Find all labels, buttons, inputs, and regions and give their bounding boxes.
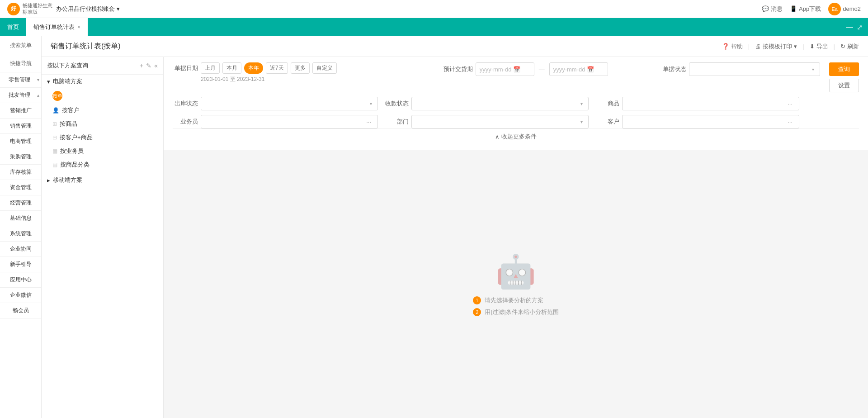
last7-btn[interactable]: 近7天 <box>266 62 288 74</box>
sidebar-item-member[interactable]: 畅会员 <box>0 303 41 318</box>
payment-status-select[interactable]: ▾ <box>411 97 589 110</box>
main-content: 🤖 1 请先选择要分析的方案 2 用[过滤]条件来缩小分析范围 <box>164 150 868 418</box>
search-menu-label[interactable]: 搜索菜单 <box>4 40 38 51</box>
chevron-down-icon: ▾ <box>810 67 816 72</box>
tree-expand-icon: ▸ <box>47 177 50 184</box>
department-select[interactable]: ▾ <box>411 115 589 128</box>
tree-section-mobile[interactable]: ▸ 移动端方案 <box>42 173 163 187</box>
sidebar-item-ecommerce[interactable]: 电商管理 <box>0 134 41 149</box>
this-year-btn[interactable]: 本年 <box>244 62 263 74</box>
avatar: Ea <box>828 3 841 15</box>
empty-tip-2: 2 用[过滤]条件来缩小分析范围 <box>473 308 558 316</box>
ellipsis-icon2: ··· <box>363 119 374 125</box>
more-btn[interactable]: 更多 <box>291 62 310 74</box>
sidebar-item-sales[interactable]: 销售管理 <box>0 119 41 134</box>
sidebar-item-basic-info[interactable]: 基础信息 <box>0 211 41 226</box>
tree-section-pc[interactable]: ▾ 电脑端方案 <box>42 75 163 88</box>
ellipsis-icon: ··· <box>785 100 795 107</box>
minimize-window-button[interactable]: — <box>846 23 853 31</box>
customer-label: 客户 <box>594 118 619 126</box>
sidebar-item-enterprise[interactable]: 企业协同 <box>0 242 41 257</box>
sidebar-item-wechat[interactable]: 企业微信 <box>0 288 41 303</box>
messages-button[interactable]: 💬 消息 <box>762 5 783 13</box>
product-grid-icon: ⊟ <box>52 134 57 141</box>
this-month-btn[interactable]: 本月 <box>222 62 241 74</box>
sidebar-item-marketing[interactable]: 营销推广 <box>0 103 41 119</box>
chevron-down-icon: ▾ <box>368 101 374 106</box>
collapse-panel-icon[interactable]: « <box>154 62 158 69</box>
nav-tab-actions: — ⤢ <box>846 23 868 32</box>
last-month-btn[interactable]: 上月 <box>201 62 220 74</box>
filter-row-1: 单据日期 上月 本月 本年 近7天 更多 自定义 2023-01-01 至 20… <box>173 62 859 92</box>
query-button[interactable]: 查询 <box>829 62 859 76</box>
action-buttons: 查询 设置 <box>829 62 859 92</box>
add-scheme-icon[interactable]: + <box>140 62 143 69</box>
expected-date-from-input[interactable]: yyyy-mm-dd 📅 <box>476 62 534 76</box>
logo-icon: 好 <box>7 3 20 15</box>
filter-customer-block: 客户 ··· <box>594 115 799 128</box>
tree-item-by-salesman[interactable]: ▦ 按业务员 <box>42 144 163 158</box>
custom-btn[interactable]: 自定义 <box>312 62 337 74</box>
sidebar-item-apps[interactable]: 应用中心 <box>0 272 41 288</box>
customer-select[interactable]: ··· <box>622 115 799 128</box>
sidebar-item-system[interactable]: 系统管理 <box>0 226 41 242</box>
sidebar-item-retail[interactable]: 零售管理 ▾ <box>0 72 41 88</box>
template-print-button[interactable]: 🖨 按模板打印 ▾ <box>755 43 797 51</box>
mobile-icon: 📱 <box>790 5 797 12</box>
print-icon: 🖨 <box>755 43 761 50</box>
app-download-button[interactable]: 📱 App下载 <box>790 5 821 13</box>
sidebar-search[interactable]: 搜索菜单 <box>0 36 41 55</box>
tree-item-by-customer-product[interactable]: ⊟ 按客户+商品 <box>42 131 163 144</box>
filter-expected-date-block: 预计交货期 yyyy-mm-dd 📅 — yyyy-mm-dd 📅 <box>443 62 656 76</box>
calendar-icon2: 📅 <box>587 66 594 73</box>
sidebar-item-purchase[interactable]: 采购管理 <box>0 149 41 165</box>
sidebar-item-operations[interactable]: 经营管理 <box>0 195 41 211</box>
export-icon: ⬇ <box>810 43 815 50</box>
logo-text: 畅捷通好生意 标准版 <box>23 3 52 14</box>
expected-date-label: 预计交货期 <box>443 65 473 73</box>
product-select[interactable]: ··· <box>622 97 799 110</box>
tree-item-by-order[interactable]: 按单 <box>42 88 163 104</box>
sidebar-item-finance[interactable]: 资金管理 <box>0 180 41 195</box>
sidebar-item-guide[interactable]: 新手引导 <box>0 257 41 272</box>
sidebar: 搜索菜单 快捷导航 零售管理 ▾ 批发管理 ▴ 营销推广 销售管理 电商管理 采… <box>0 36 42 418</box>
sidebar-item-wholesale[interactable]: 批发管理 ▴ <box>0 88 41 103</box>
tree-item-by-category[interactable]: ▤ 按商品分类 <box>42 158 163 171</box>
tab-home[interactable]: 首页 <box>0 18 26 36</box>
chevron-down-icon: ▾ <box>117 5 120 12</box>
salesman-select[interactable]: ··· <box>201 115 378 128</box>
status-label: 单据状态 <box>661 65 686 73</box>
filter-salesman-block: 业务员 ··· <box>173 115 378 128</box>
chevron-down-icon: ▾ <box>579 119 585 124</box>
maximize-window-button[interactable]: ⤢ <box>857 23 863 32</box>
help-button[interactable]: ❓ 帮助 <box>722 43 743 51</box>
ship-status-select[interactable]: ▾ <box>201 97 378 110</box>
empty-state: 🤖 1 请先选择要分析的方案 2 用[过滤]条件来缩小分析范围 <box>164 150 868 418</box>
page-header: 销售订单统计表(按单) ❓ 帮助 | 🖨 按模板打印 ▾ | ⬇ 导出 | <box>42 36 868 57</box>
refresh-icon: ↻ <box>840 43 845 50</box>
body-area: 按以下方案查询 + ✎ « ▾ 电脑端方案 按单 👤 按 <box>42 57 868 418</box>
tab-sales-order-stats[interactable]: 销售订单统计表 × <box>26 18 88 36</box>
top-bar: 好 畅捷通好生意 标准版 办公用品行业模拟账套 ▾ 💬 消息 📱 App下载 E… <box>0 0 868 18</box>
expected-date-to-input[interactable]: yyyy-mm-dd 📅 <box>549 62 608 76</box>
system-selector[interactable]: 办公用品行业模拟账套 ▾ <box>56 5 120 13</box>
edit-scheme-icon[interactable]: ✎ <box>146 62 151 69</box>
user-menu[interactable]: Ea demo2 <box>828 3 861 15</box>
close-tab-icon[interactable]: × <box>77 24 80 30</box>
export-button[interactable]: ⬇ 导出 <box>810 43 828 51</box>
tree-item-by-customer[interactable]: 👤 按客户 <box>42 104 163 117</box>
status-select[interactable]: ▾ <box>689 62 820 76</box>
shortcut-nav-label[interactable]: 快捷导航 <box>4 58 38 69</box>
empty-tip-1: 1 请先选择要分析的方案 <box>473 296 558 304</box>
sidebar-shortcut[interactable]: 快捷导航 <box>0 55 41 72</box>
collapse-bar[interactable]: ∧ 收起更多条件 <box>173 128 859 144</box>
department-label: 部门 <box>383 118 409 126</box>
left-panel-icons: + ✎ « <box>140 62 158 69</box>
content: 销售订单统计表(按单) ❓ 帮助 | 🖨 按模板打印 ▾ | ⬇ 导出 | <box>42 36 868 418</box>
date-range-display: 2023-01-01 至 2023-12-31 <box>173 76 438 83</box>
sidebar-item-inventory[interactable]: 库存核算 <box>0 165 41 180</box>
help-icon: ❓ <box>722 43 729 50</box>
refresh-button[interactable]: ↻ 刷新 <box>840 43 859 51</box>
settings-button[interactable]: 设置 <box>829 79 859 92</box>
tree-item-by-product[interactable]: ⊞ 按商品 <box>42 117 163 131</box>
